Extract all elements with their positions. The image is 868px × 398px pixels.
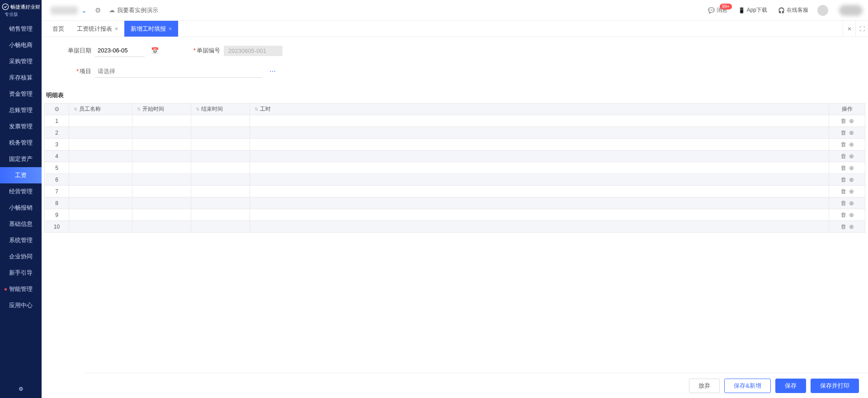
save-and-print-button[interactable]: 保存并打印 bbox=[811, 379, 859, 393]
sidebar-item-15[interactable]: 新手引导 bbox=[0, 265, 42, 281]
date-input[interactable] bbox=[95, 44, 145, 57]
cell[interactable] bbox=[132, 162, 191, 174]
sidebar-item-5[interactable]: 总账管理 bbox=[0, 102, 42, 118]
table-row[interactable]: 10🗑⊕ bbox=[45, 221, 865, 233]
cell[interactable] bbox=[132, 115, 191, 127]
table-row[interactable]: 8🗑⊕ bbox=[45, 197, 865, 209]
delete-row-icon[interactable]: 🗑 bbox=[840, 188, 846, 195]
table-row[interactable]: 2🗑⊕ bbox=[45, 127, 865, 139]
tab-0[interactable]: 首页 bbox=[46, 21, 71, 37]
cell[interactable] bbox=[132, 150, 191, 162]
save-button[interactable]: 保存 bbox=[775, 379, 806, 393]
col-settings[interactable]: ⚙ bbox=[45, 103, 69, 115]
cell[interactable] bbox=[69, 197, 132, 209]
save-and-new-button[interactable]: 保存&新增 bbox=[724, 379, 771, 393]
project-more-icon[interactable]: ⋯ bbox=[269, 68, 277, 75]
sidebar-item-17[interactable]: 应用中心 bbox=[0, 297, 42, 314]
tab-close-all-button[interactable]: ✕ bbox=[843, 21, 855, 37]
close-icon[interactable]: × bbox=[115, 26, 118, 32]
sidebar-item-3[interactable]: 库存核算 bbox=[0, 70, 42, 86]
user-avatar[interactable] bbox=[817, 5, 828, 16]
delete-row-icon[interactable]: 🗑 bbox=[840, 141, 846, 148]
fullscreen-button[interactable]: ⛶ bbox=[855, 21, 868, 37]
cell[interactable] bbox=[132, 127, 191, 139]
add-row-icon[interactable]: ⊕ bbox=[849, 211, 854, 218]
cell[interactable] bbox=[132, 174, 191, 186]
delete-row-icon[interactable]: 🗑 bbox=[840, 153, 846, 159]
demo-link[interactable]: ☁ 我要看实例演示 bbox=[109, 6, 158, 14]
sidebar-item-8[interactable]: 固定资产 bbox=[0, 151, 42, 167]
cell[interactable] bbox=[132, 197, 191, 209]
table-row[interactable]: 4🗑⊕ bbox=[45, 150, 865, 162]
add-row-icon[interactable]: ⊕ bbox=[849, 129, 854, 136]
cell[interactable] bbox=[250, 150, 829, 162]
delete-row-icon[interactable]: 🗑 bbox=[840, 223, 846, 230]
messages-button[interactable]: 💬 消息 99+ bbox=[708, 6, 727, 14]
table-row[interactable]: 5🗑⊕ bbox=[45, 162, 865, 174]
cell[interactable] bbox=[250, 221, 829, 233]
col-employee[interactable]: ⇅员工名称 bbox=[69, 103, 132, 115]
cell[interactable] bbox=[250, 115, 829, 127]
add-row-icon[interactable]: ⊕ bbox=[849, 117, 854, 124]
cell[interactable] bbox=[250, 186, 829, 197]
cell[interactable] bbox=[191, 186, 250, 197]
sidebar-item-11[interactable]: 小畅报销 bbox=[0, 200, 42, 216]
table-row[interactable]: 7🗑⊕ bbox=[45, 186, 865, 197]
delete-row-icon[interactable]: 🗑 bbox=[840, 211, 846, 218]
discard-button[interactable]: 放弃 bbox=[689, 379, 720, 393]
sidebar-item-14[interactable]: 企业协同 bbox=[0, 248, 42, 265]
add-row-icon[interactable]: ⊕ bbox=[849, 176, 854, 183]
cell[interactable] bbox=[132, 209, 191, 221]
cell[interactable] bbox=[250, 162, 829, 174]
col-start-time[interactable]: ⇅开始时间 bbox=[132, 103, 191, 115]
cell[interactable] bbox=[69, 139, 132, 150]
cell[interactable] bbox=[191, 209, 250, 221]
cell[interactable] bbox=[191, 174, 250, 186]
sidebar-settings[interactable]: ⚙ bbox=[0, 380, 42, 398]
cell[interactable] bbox=[132, 221, 191, 233]
sidebar-item-0[interactable]: 销售管理 bbox=[0, 21, 42, 37]
sidebar-item-2[interactable]: 采购管理 bbox=[0, 53, 42, 70]
col-end-time[interactable]: ⇅结束时间 bbox=[191, 103, 250, 115]
sidebar-item-7[interactable]: 税务管理 bbox=[0, 135, 42, 151]
app-download-button[interactable]: 📱 App下载 bbox=[738, 6, 767, 14]
sidebar-item-13[interactable]: 系统管理 bbox=[0, 232, 42, 248]
sidebar-item-12[interactable]: 基础信息 bbox=[0, 216, 42, 232]
cell[interactable] bbox=[250, 174, 829, 186]
delete-row-icon[interactable]: 🗑 bbox=[840, 164, 846, 171]
project-input[interactable] bbox=[95, 65, 262, 78]
online-service-button[interactable]: 🎧 在线客服 bbox=[778, 6, 808, 14]
cell[interactable] bbox=[69, 221, 132, 233]
delete-row-icon[interactable]: 🗑 bbox=[840, 200, 846, 206]
add-row-icon[interactable]: ⊕ bbox=[849, 153, 854, 159]
sidebar-item-10[interactable]: 经营管理 bbox=[0, 183, 42, 200]
cell[interactable] bbox=[132, 139, 191, 150]
table-row[interactable]: 9🗑⊕ bbox=[45, 209, 865, 221]
sidebar-item-4[interactable]: 资金管理 bbox=[0, 86, 42, 102]
cell[interactable] bbox=[191, 150, 250, 162]
cell[interactable] bbox=[191, 115, 250, 127]
delete-row-icon[interactable]: 🗑 bbox=[840, 176, 846, 183]
close-icon[interactable]: × bbox=[169, 26, 172, 32]
cell[interactable] bbox=[250, 139, 829, 150]
company-selector[interactable]: ⌄ bbox=[47, 5, 90, 16]
sidebar-item-1[interactable]: 小畅电商 bbox=[0, 37, 42, 53]
calendar-icon[interactable]: 📅 bbox=[151, 47, 159, 54]
col-hours[interactable]: ⇅工时 bbox=[250, 103, 829, 115]
cell[interactable] bbox=[191, 197, 250, 209]
cell[interactable] bbox=[191, 139, 250, 150]
topbar-settings-icon[interactable]: ⚙ bbox=[95, 6, 101, 14]
cell[interactable] bbox=[69, 186, 132, 197]
cell[interactable] bbox=[191, 162, 250, 174]
add-row-icon[interactable]: ⊕ bbox=[849, 200, 854, 206]
sidebar-item-16[interactable]: 智能管理 bbox=[0, 281, 42, 297]
cell[interactable] bbox=[69, 162, 132, 174]
cell[interactable] bbox=[69, 127, 132, 139]
table-row[interactable]: 3🗑⊕ bbox=[45, 139, 865, 150]
table-row[interactable]: 6🗑⊕ bbox=[45, 174, 865, 186]
cell[interactable] bbox=[132, 186, 191, 197]
tab-2[interactable]: 新增工时填报× bbox=[124, 21, 178, 37]
add-row-icon[interactable]: ⊕ bbox=[849, 223, 854, 230]
delete-row-icon[interactable]: 🗑 bbox=[840, 117, 846, 124]
delete-row-icon[interactable]: 🗑 bbox=[840, 129, 846, 136]
